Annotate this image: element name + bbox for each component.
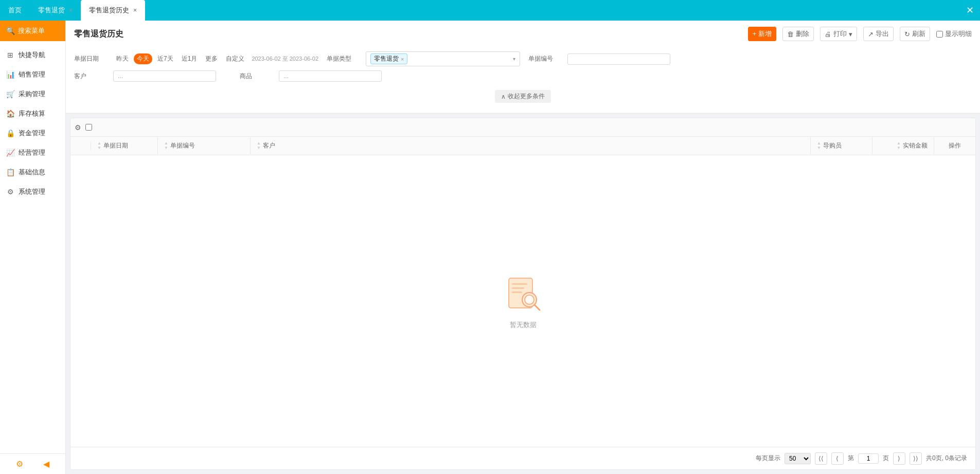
display-detail-checkbox[interactable] [936,31,943,38]
delete-icon: 🗑 [787,30,794,38]
filter-row-1: 单据日期 昨天 今天 近7天 近1月 更多 自定义 2023-06-02 至 2… [74,51,972,66]
th-order-num[interactable]: ▲▼ 单据编号 [158,137,251,154]
collapse-icon: ∧ [501,93,506,100]
system-mgmt-icon: ⚙ [6,188,14,196]
date-btn-7days[interactable]: 近7天 [154,53,176,64]
type-tag-close[interactable]: × [401,56,404,62]
empty-icon [503,273,544,314]
page-first-btn[interactable]: ⟨⟨ [815,452,827,465]
inventory-icon: 🏠 [6,110,14,118]
order-num-input[interactable] [567,53,670,65]
sidebar-item-system-mgmt[interactable]: ⚙ 系统管理 [0,182,65,202]
page-last-btn[interactable]: ⟩⟩ [910,452,922,465]
per-page-select[interactable]: 50 10 20 100 [785,453,811,464]
delete-button[interactable]: 🗑 删除 [782,27,814,41]
svg-rect-2 [512,287,524,289]
type-select[interactable]: 零售退货 × ▾ [366,51,520,66]
tab-retail-return-history-close[interactable]: × [133,7,137,14]
svg-rect-3 [512,291,522,293]
customer-filter-input[interactable]: ... [113,70,216,82]
th-guide[interactable]: ▲▼ 导购员 [811,137,872,154]
page-next-btn[interactable]: ⟩ [893,452,905,465]
tab-retail-return-history[interactable]: 零售退货历史 × [81,0,145,21]
customer-sort-icon: ▲▼ [257,141,261,150]
th-amount[interactable]: ▲▼ 实销金额 [872,137,934,154]
main-layout: 🔍 搜索菜单 ⊞ 快捷导航 📊 销售管理 🛒 采购管理 🏠 库存核算 🔒 [0,21,980,474]
date-btn-1month[interactable]: 近1月 [179,53,201,64]
header-actions: + 新增 🗑 删除 🖨 打印 ▾ ↗ 导出 ↻ [748,27,972,41]
sales-icon: 📊 [6,70,14,79]
collapse-icon[interactable]: ◀ [43,459,49,469]
date-btn-more[interactable]: 更多 [202,53,221,64]
table-settings-icon[interactable]: ⚙ [75,123,81,132]
filter-separator: ∧ 收起更多条件 [74,86,972,109]
th-date[interactable]: ▲▼ 单据日期 [91,137,158,154]
select-all-checkbox[interactable] [85,124,92,131]
date-btn-custom[interactable]: 自定义 [223,53,247,64]
table-header: ▲▼ 单据日期 ▲▼ 单据编号 ▲▼ 客户 [70,137,975,155]
sidebar-item-operations[interactable]: 📈 经营管理 [0,143,65,162]
print-button[interactable]: 🖨 打印 ▾ [820,27,857,41]
content-area: 零售退货历史 + 新增 🗑 删除 🖨 打印 ▾ ↗ 导出 [66,21,980,474]
display-detail-toggle[interactable]: 显示明细 [936,29,972,39]
pagination: 每页显示 50 10 20 100 ⟨⟨ ⟨ 第 页 ⟩ ⟩⟩ 共0页, 0条记… [70,447,975,469]
page-title: 零售退货历史 [74,29,123,40]
date-btn-today[interactable]: 今天 [134,53,152,64]
type-filter-label: 单据类型 [327,54,358,63]
total-info: 共0页, 0条记录 [926,454,967,463]
tab-bar: 首页 零售退货 × 零售退货历史 × ✕ [0,0,980,21]
sidebar-item-quick-nav[interactable]: ⊞ 快捷导航 [0,45,65,65]
date-sort-icon: ▲▼ [97,141,101,150]
sidebar-item-basic-info[interactable]: 📋 基础信息 [0,162,65,182]
date-btn-yesterday[interactable]: 昨天 [113,53,132,64]
goods-filter-label: 商品 [240,72,271,81]
order-num-sort-icon: ▲▼ [164,141,168,150]
tab-retail-return[interactable]: 零售退货 × [30,0,81,21]
sidebar-item-inventory[interactable]: 🏠 库存核算 [0,104,65,123]
sidebar-item-finance[interactable]: 🔒 资金管理 [0,123,65,143]
finance-icon: 🔒 [6,129,14,137]
collapse-btn[interactable]: ∧ 收起更多条件 [495,90,551,103]
th-actions: 操作 [934,137,975,154]
filter-area: 单据日期 昨天 今天 近7天 近1月 更多 自定义 2023-06-02 至 2… [74,47,972,113]
th-customer[interactable]: ▲▼ 客户 [251,137,811,154]
export-button[interactable]: ↗ 导出 [863,27,894,41]
filter-row-2: 客户 ... 商品 ... [74,70,972,82]
sidebar-nav: ⊞ 快捷导航 📊 销售管理 🛒 采购管理 🏠 库存核算 🔒 资金管理 📈 [0,41,65,453]
type-tag: 零售退货 × [370,53,407,64]
customer-filter-label: 客户 [74,72,105,81]
page-number-input[interactable] [858,453,879,464]
table-section: ⚙ ▲▼ 单据日期 ▲▼ 单据编号 [70,118,976,470]
sidebar-search[interactable]: 🔍 搜索菜单 [0,21,65,41]
settings-icon[interactable]: ⚙ [16,459,23,469]
empty-state: 暂无数据 [70,155,975,447]
quick-nav-icon: ⊞ [6,51,14,59]
type-chevron-icon: ▾ [513,56,515,62]
per-page-label: 每页显示 [756,454,780,463]
sidebar: 🔍 搜索菜单 ⊞ 快捷导航 📊 销售管理 🛒 采购管理 🏠 库存核算 🔒 [0,21,66,474]
svg-point-5 [525,295,534,304]
purchase-icon: 🛒 [6,90,14,98]
date-filter-label: 单据日期 [74,54,105,63]
customer-dots: ... [118,72,123,80]
empty-text: 暂无数据 [510,320,537,330]
goods-filter-input[interactable]: ... [279,70,382,82]
sidebar-item-purchase-mgmt[interactable]: 🛒 采购管理 [0,84,65,104]
basic-info-icon: 📋 [6,168,14,176]
add-button[interactable]: + 新增 [748,27,776,41]
page-label: 第 [848,454,854,463]
sidebar-item-sales-mgmt[interactable]: 📊 销售管理 [0,65,65,84]
th-checkbox [70,142,91,150]
page-prev-btn[interactable]: ⟨ [831,452,844,465]
print-icon: 🖨 [825,30,831,38]
operations-icon: 📈 [6,149,14,157]
window-close-btn[interactable]: ✕ [960,0,980,21]
page-unit: 页 [883,454,889,463]
order-num-filter-label: 单据编号 [528,54,559,63]
svg-rect-1 [512,283,527,285]
search-icon: 🔍 [6,27,15,35]
tab-retail-return-close[interactable]: × [69,7,73,14]
svg-line-6 [534,305,540,310]
tab-home[interactable]: 首页 [0,0,30,21]
refresh-button[interactable]: ↻ 刷新 [900,27,930,41]
